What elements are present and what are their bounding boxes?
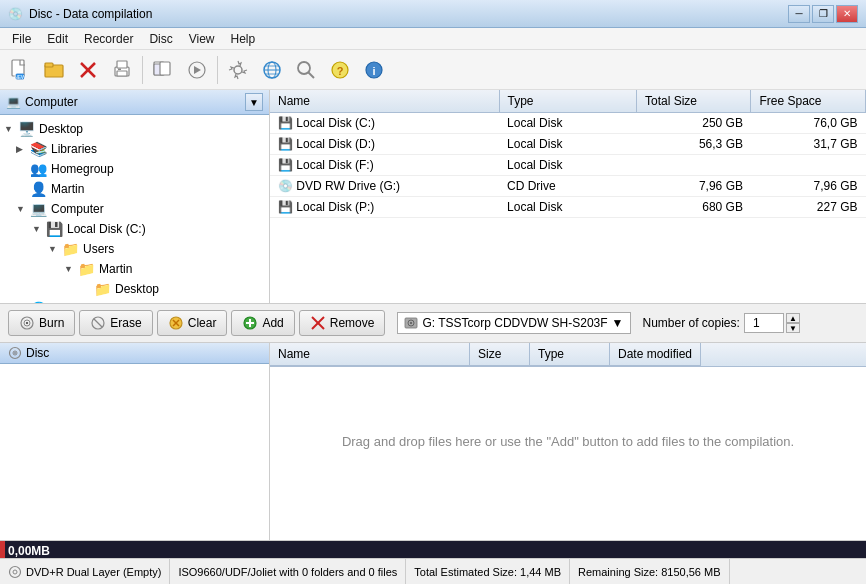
file-name: 💾 Local Disk (D:) xyxy=(270,134,499,155)
file-icon: 💾 xyxy=(278,200,293,214)
tree-item-martin[interactable]: 👤 Martin xyxy=(0,179,269,199)
close-button[interactable]: ✕ xyxy=(836,5,858,23)
menu-view[interactable]: View xyxy=(181,30,223,48)
svg-point-29 xyxy=(26,322,28,324)
col-header-type[interactable]: Type xyxy=(499,90,636,113)
table-row[interactable]: 💾 Local Disk (C:) Local Disk 250 GB 76,0… xyxy=(270,113,866,134)
tree-header-content: 💻 Computer xyxy=(6,95,78,109)
file-icon: 💾 xyxy=(278,137,293,151)
help-toolbar-button[interactable]: ? xyxy=(324,54,356,86)
svg-point-45 xyxy=(14,352,16,354)
disc-type-label: DVD+R Dual Layer (Empty) xyxy=(26,566,161,578)
svg-point-46 xyxy=(10,566,21,577)
burn-label: Burn xyxy=(39,316,64,330)
col-header-total[interactable]: Total Size xyxy=(636,90,751,113)
file-icon: 💾 xyxy=(278,158,293,172)
clear-button[interactable]: Clear xyxy=(157,310,228,336)
svg-text:i: i xyxy=(372,64,375,76)
tree-item-desktop[interactable]: ▼ 🖥️ Desktop xyxy=(0,119,269,139)
expand-libraries: ▶ xyxy=(16,144,28,154)
file-list-panel: Name Type Total Size Free Space 💾 Local … xyxy=(270,90,866,303)
drive-selector[interactable]: G: TSSTcorp CDDVDW SH-S203F ▼ xyxy=(397,312,630,334)
total-size-label: Total Estimated Size: 1,44 MB xyxy=(414,566,561,578)
tree-item-martin2[interactable]: ▼ 📁 Martin xyxy=(0,259,269,279)
expand-users: ▼ xyxy=(48,244,60,254)
expand-desktop: ▼ xyxy=(4,124,16,134)
libraries-icon: 📚 xyxy=(30,141,47,157)
search-button[interactable] xyxy=(290,54,322,86)
comp-col-date: Date modified xyxy=(610,343,701,366)
local-c-icon: 💾 xyxy=(46,221,63,237)
table-row[interactable]: 💿 DVD RW Drive (G:) CD Drive 7,96 GB 7,9… xyxy=(270,176,866,197)
svg-text:NEW: NEW xyxy=(14,73,26,79)
file-total: 680 GB xyxy=(636,197,751,218)
tree-item-users[interactable]: ▼ 📁 Users xyxy=(0,239,269,259)
tree-item-homegroup[interactable]: 👥 Homegroup xyxy=(0,159,269,179)
info-button[interactable]: i xyxy=(358,54,390,86)
expand-martin2: ▼ xyxy=(64,264,76,274)
restore-button[interactable]: ❐ xyxy=(812,5,834,23)
svg-line-22 xyxy=(309,72,315,78)
copies-up[interactable]: ▲ xyxy=(786,313,800,323)
file-name: 💾 Local Disk (C:) xyxy=(270,113,499,134)
svg-rect-10 xyxy=(118,68,121,70)
file-type: Local Disk xyxy=(499,113,636,134)
tree-item-computer[interactable]: ▼ 💻 Computer xyxy=(0,199,269,219)
network-tree-icon: 🌐 xyxy=(30,301,47,303)
remove-button[interactable]: Remove xyxy=(299,310,386,336)
tree-item-desktop2[interactable]: 📁 Desktop xyxy=(0,279,269,299)
drive-selector-icon xyxy=(404,316,418,330)
tree-item-network[interactable]: 🌐 Network xyxy=(0,299,269,303)
desktop-label: Desktop xyxy=(39,122,83,136)
copies-down[interactable]: ▼ xyxy=(786,323,800,333)
table-row[interactable]: 💾 Local Disk (D:) Local Disk 56,3 GB 31,… xyxy=(270,134,866,155)
col-header-free[interactable]: Free Space xyxy=(751,90,866,113)
martin2-icon: 📁 xyxy=(78,261,95,277)
svg-text:?: ? xyxy=(337,64,344,76)
copies-input[interactable] xyxy=(744,313,784,333)
users-label: Users xyxy=(83,242,114,256)
martin-icon: 👤 xyxy=(30,181,47,197)
table-row[interactable]: 💾 Local Disk (P:) Local Disk 680 GB 227 … xyxy=(270,197,866,218)
menu-recorder[interactable]: Recorder xyxy=(76,30,141,48)
file-type: Local Disk xyxy=(499,197,636,218)
add-icon xyxy=(242,315,258,331)
tree-item-local-c[interactable]: ▼ 💾 Local Disk (C:) xyxy=(0,219,269,239)
file-name: 💿 DVD RW Drive (G:) xyxy=(270,176,499,197)
local-c-label: Local Disk (C:) xyxy=(67,222,146,236)
copies-section: Number of copies: ▲ ▼ xyxy=(643,313,800,333)
network-button[interactable] xyxy=(256,54,288,86)
print-button[interactable] xyxy=(106,54,138,86)
back-button[interactable] xyxy=(147,54,179,86)
tree-dropdown-button[interactable]: ▼ xyxy=(245,93,263,111)
delete-button[interactable] xyxy=(72,54,104,86)
menu-help[interactable]: Help xyxy=(223,30,264,48)
file-table: Name Type Total Size Free Space 💾 Local … xyxy=(270,90,866,218)
menu-file[interactable]: File xyxy=(4,30,39,48)
comp-col-type: Type xyxy=(530,343,610,366)
menu-edit[interactable]: Edit xyxy=(39,30,76,48)
disc-panel: Disc xyxy=(0,343,270,540)
erase-button[interactable]: Erase xyxy=(79,310,152,336)
tree-item-libraries[interactable]: ▶ 📚 Libraries xyxy=(0,139,269,159)
minimize-button[interactable]: ─ xyxy=(788,5,810,23)
homegroup-icon: 👥 xyxy=(30,161,47,177)
remove-icon xyxy=(310,315,326,331)
settings-button[interactable] xyxy=(222,54,254,86)
tree-panel: 💻 Computer ▼ ▼ 🖥️ Desktop ▶ 📚 Libraries … xyxy=(0,90,270,303)
burn-button[interactable]: Burn xyxy=(8,310,75,336)
computer-label: Computer xyxy=(51,202,104,216)
col-header-name[interactable]: Name xyxy=(270,90,499,113)
add-button[interactable]: Add xyxy=(231,310,294,336)
forward-button[interactable] xyxy=(181,54,213,86)
file-free: 76,0 GB xyxy=(751,113,866,134)
add-label: Add xyxy=(262,316,283,330)
menu-disc[interactable]: Disc xyxy=(141,30,180,48)
open-button[interactable] xyxy=(38,54,70,86)
new-button[interactable]: NEW xyxy=(4,54,36,86)
table-row[interactable]: 💾 Local Disk (F:) Local Disk xyxy=(270,155,866,176)
homegroup-label: Homegroup xyxy=(51,162,114,176)
status-filesystem: ISO9660/UDF/Joliet with 0 folders and 0 … xyxy=(170,559,406,584)
svg-point-15 xyxy=(234,66,242,74)
titlebar: 💿 Disc - Data compilation ─ ❐ ✕ xyxy=(0,0,866,28)
